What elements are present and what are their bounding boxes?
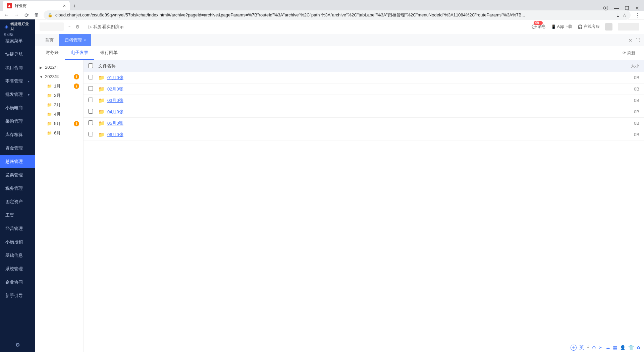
file-link[interactable]: 05月0张: [107, 120, 123, 126]
sidebar-item-9[interactable]: 总账管理: [0, 155, 35, 168]
ime-icon-4[interactable]: ☁: [605, 345, 610, 350]
account-icon[interactable]: •: [603, 6, 608, 10]
sidebar-item-7[interactable]: 库存核算: [0, 128, 35, 141]
topbar-right: 99+ 💬 消息 📱 App下载 🎧 在线客服: [532, 23, 639, 31]
sidebar-item-16[interactable]: 基础信息: [0, 249, 35, 262]
tree-month-5[interactable]: 📁5月i: [35, 119, 83, 128]
app-download-button[interactable]: 📱 App下载: [551, 24, 572, 30]
sidebar-item-19[interactable]: 新手引导: [0, 289, 35, 302]
file-row: 📁 02月0张 0B: [84, 83, 644, 95]
tree-month-6[interactable]: 📁6月: [35, 128, 83, 138]
row-checkbox[interactable]: [88, 75, 93, 79]
messages-button[interactable]: 99+ 💬 消息: [532, 24, 546, 30]
ime-icon-8[interactable]: ✿: [637, 345, 641, 350]
file-size: 0B: [619, 98, 639, 103]
sidebar-item-8[interactable]: 资金管理: [0, 141, 35, 155]
tab-close-icon[interactable]: ×: [63, 3, 66, 8]
sidebar-item-11[interactable]: 税务管理: [0, 182, 35, 195]
fullscreen-icon[interactable]: ⛶: [636, 38, 640, 43]
user-name[interactable]: [618, 23, 639, 31]
tab-home[interactable]: 首页: [40, 34, 59, 46]
subtab-bank[interactable]: 银行回单: [94, 46, 124, 60]
tree-year-2023[interactable]: ▼ 2023年 i: [35, 72, 83, 81]
sidebar-item-15[interactable]: 小畅报销: [0, 235, 35, 249]
caret-down-icon: ▼: [40, 75, 43, 79]
file-link[interactable]: 03月0张: [107, 98, 123, 104]
ime-icon-5[interactable]: ▦: [613, 345, 617, 350]
maximize-button[interactable]: ❐: [625, 5, 629, 11]
sidebar-item-0[interactable]: 搜索菜单: [0, 34, 35, 48]
tree-month-4[interactable]: 📁4月: [35, 110, 83, 119]
install-app-icon[interactable]: ⤓: [616, 13, 620, 18]
select-all-checkbox[interactable]: [88, 63, 93, 68]
file-link[interactable]: 06月0张: [107, 132, 123, 138]
row-checkbox[interactable]: [88, 120, 93, 125]
close-icon[interactable]: ×: [84, 38, 86, 42]
ime-icon-2[interactable]: ⊙: [592, 345, 596, 350]
delete-button[interactable]: 🗑: [34, 12, 40, 18]
close-all-icon[interactable]: ✕: [629, 38, 632, 43]
close-window-button[interactable]: ✕: [635, 5, 639, 11]
alert-badge-icon: i: [74, 83, 79, 89]
ime-logo-icon[interactable]: 王: [571, 345, 577, 351]
sidebar-item-17[interactable]: 系统管理: [0, 262, 35, 276]
sidebar-item-14[interactable]: 经营管理: [0, 222, 35, 235]
demo-link[interactable]: ▷ 我要看实例演示: [89, 24, 124, 30]
row-checkbox[interactable]: [88, 98, 93, 102]
row-checkbox[interactable]: [88, 86, 93, 91]
alert-badge-icon: i: [74, 74, 79, 79]
tree-year-2022[interactable]: ▶ 2022年: [35, 63, 83, 72]
tree-month-2[interactable]: 📁2月: [35, 91, 83, 100]
org-settings-icon[interactable]: ⚙: [75, 24, 80, 30]
back-button[interactable]: ←: [3, 12, 9, 18]
file-size: 0B: [619, 75, 639, 80]
row-checkbox[interactable]: [88, 109, 93, 114]
minimize-button[interactable]: —: [614, 5, 619, 11]
org-selector[interactable]: [40, 22, 64, 31]
new-tab-button[interactable]: +: [70, 1, 79, 11]
folder-icon: 📁: [47, 131, 52, 135]
tree-month-1[interactable]: 📁1月i: [35, 81, 83, 91]
subtab-finance[interactable]: 财务账: [40, 46, 65, 60]
subtab-einvoice[interactable]: 电子发票: [65, 46, 94, 60]
refresh-button[interactable]: ⟳ 刷新: [623, 50, 639, 56]
file-link[interactable]: 02月0张: [107, 86, 123, 92]
ime-icon-1[interactable]: •́: [587, 345, 589, 350]
file-link[interactable]: 01月0张: [107, 75, 123, 81]
logo-brand: 畅捷通好业财: [10, 21, 32, 32]
tree-month-3[interactable]: 📁3月: [35, 100, 83, 110]
sidebar-item-2[interactable]: 项目合同: [0, 61, 35, 74]
sidebar-item-18[interactable]: 企业协同: [0, 276, 35, 289]
sidebar-item-1[interactable]: 快捷导航: [0, 48, 35, 61]
sidebar-item-6[interactable]: 采购管理: [0, 115, 35, 128]
sidebar-item-10[interactable]: 发票管理: [0, 168, 35, 182]
sidebar-item-5[interactable]: 小畅电商: [0, 101, 35, 115]
browser-tab[interactable]: ◆ 好业财 ×: [3, 1, 70, 11]
forward-button[interactable]: →: [13, 12, 19, 18]
chevron-down-icon[interactable]: ﹀: [68, 24, 71, 29]
ime-icon-7[interactable]: 👕: [628, 345, 634, 350]
logo-area: ◈ 畅捷通好业财 专业版: [0, 19, 35, 34]
file-link[interactable]: 04月0张: [107, 109, 123, 115]
settings-gear-icon[interactable]: ⚙: [0, 338, 35, 352]
sidebar-item-12[interactable]: 固定资产: [0, 195, 35, 209]
file-row: 📁 01月0张 0B: [84, 72, 644, 83]
ime-icon-6[interactable]: 👤: [620, 345, 626, 350]
menu-button[interactable]: ⋮: [635, 12, 641, 18]
reload-button[interactable]: ⟳: [23, 12, 30, 18]
bookmark-icon[interactable]: ☆: [623, 13, 627, 18]
sidebar-item-4[interactable]: 批发管理▾: [0, 88, 35, 101]
folder-icon: 📁: [98, 132, 105, 138]
support-button[interactable]: 🎧 在线客服: [578, 24, 600, 30]
sidebar-item-13[interactable]: 工资: [0, 209, 35, 222]
file-size: 0B: [619, 86, 639, 92]
url-field[interactable]: 🔒 cloud.chanjet.com/cc/u6d89qwnryel/57bf…: [44, 10, 631, 20]
sidebar-item-3[interactable]: 零售管理▾: [0, 74, 35, 88]
row-checkbox[interactable]: [88, 132, 93, 136]
avatar[interactable]: [605, 23, 612, 31]
work-area: ▶ 2022年 ▼ 2023年 i 📁1月i📁2月📁3月📁4月📁5月i📁6月 文…: [35, 60, 644, 352]
ime-icon-3[interactable]: ✂: [599, 345, 603, 350]
tab-archive[interactable]: 归档管理 ×: [59, 34, 91, 46]
phone-icon: 📱: [551, 24, 556, 29]
ime-lang[interactable]: 英: [579, 345, 584, 351]
